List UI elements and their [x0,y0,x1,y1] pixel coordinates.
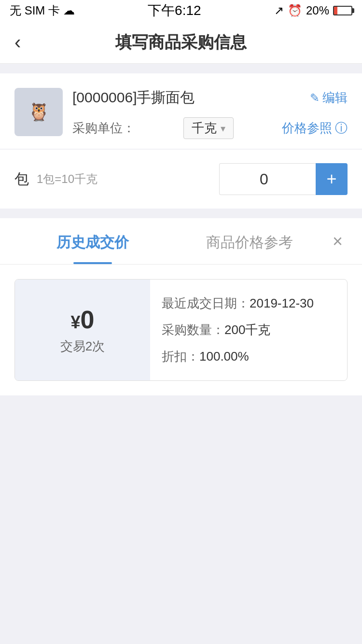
status-right: ↗ ⏰ 20% [274,4,352,17]
card-price-value: ¥0 [71,305,95,334]
price-ref-label: 价格参照 [282,120,332,137]
quantity-plus-button[interactable]: + [316,163,348,195]
tabs-close-button[interactable]: × [328,231,348,252]
edit-icon: ✎ [310,91,320,105]
edit-label: 编辑 [322,89,348,106]
purchase-quantity-label: 采购数量： [162,322,224,337]
nav-bar: ‹ 填写商品采购信息 [0,21,362,64]
quantity-label-group: 包 1包=10千克 [14,169,97,189]
unit-select-dropdown[interactable]: 千克 ▾ [183,117,234,139]
history-card: ¥0 交易2次 最近成交日期：2019-12-30 采购数量：200千克 折扣：… [14,279,348,381]
help-icon: ⓘ [335,120,348,137]
alarm-icon: ⏰ [288,4,302,17]
quantity-unit-label: 包 [14,169,29,189]
product-name-row: [0000006]手撕面包 ✎ 编辑 [72,88,348,108]
discount-value: 100.00% [199,349,249,364]
purchase-unit-label: 采购单位： [72,120,135,137]
tab-history-price[interactable]: 历史成交价 [14,218,171,264]
product-name: [0000006]手撕面包 [72,88,195,108]
recent-date-value: 2019-12-30 [250,296,314,310]
card-details-panel: 最近成交日期：2019-12-30 采购数量：200千克 折扣：100.00% [150,280,347,380]
back-button[interactable]: ‹ [14,31,21,53]
sim-status: 无 SIM 卡 ☁ [10,3,75,18]
status-time: 下午6:12 [148,1,201,20]
card-price-panel: ¥0 交易2次 [15,280,150,380]
product-logo-icon: 🦉 [28,102,50,122]
page-title: 填写商品采购信息 [115,31,247,54]
purchase-quantity-value: 200千克 [224,322,270,337]
battery-percent: 20% [306,4,329,17]
purchase-unit-row: 采购单位： 千克 ▾ 价格参照 ⓘ [72,117,348,139]
quantity-conversion: 1包=10千克 [37,171,97,187]
location-icon: ↗ [274,4,284,17]
main-content-area [0,395,362,644]
status-bar: 无 SIM 卡 ☁ 下午6:12 ↗ ⏰ 20% [0,0,362,21]
recent-date-label: 最近成交日期： [162,296,250,310]
trade-count: 交易2次 [60,338,105,355]
battery-icon [333,6,352,15]
price-number: 0 [81,306,95,334]
tabs-header: 历史成交价 商品价格参考 × [0,218,362,265]
product-info: [0000006]手撕面包 ✎ 编辑 采购单位： 千克 ▾ 价格参照 ⓘ [72,88,348,139]
dropdown-arrow-icon: ▾ [221,123,225,134]
quantity-section: 包 1包=10千克 + [0,150,362,209]
quantity-input-group: + [219,163,348,195]
discount-label: 折扣： [162,349,199,364]
status-left: 无 SIM 卡 ☁ [10,3,75,18]
currency-symbol: ¥ [71,312,81,332]
unit-value: 千克 [192,120,217,137]
tab-product-price-ref[interactable]: 商品价格参考 [171,218,327,264]
product-section: 🦉 [0000006]手撕面包 ✎ 编辑 采购单位： 千克 ▾ 价格参照 ⓘ [0,73,362,149]
purchase-quantity-row: 采购数量：200千克 [162,321,335,339]
product-image: 🦉 [14,88,63,136]
history-content: ¥0 交易2次 最近成交日期：2019-12-30 采购数量：200千克 折扣：… [0,265,362,395]
tabs-section: 历史成交价 商品价格参考 × ¥0 交易2次 最近成交日期：2019-12-30… [0,218,362,395]
price-reference-button[interactable]: 价格参照 ⓘ [282,120,348,137]
recent-date-row: 最近成交日期：2019-12-30 [162,294,335,313]
edit-button[interactable]: ✎ 编辑 [310,89,348,106]
quantity-input[interactable] [219,163,316,195]
discount-row: 折扣：100.00% [162,347,335,366]
